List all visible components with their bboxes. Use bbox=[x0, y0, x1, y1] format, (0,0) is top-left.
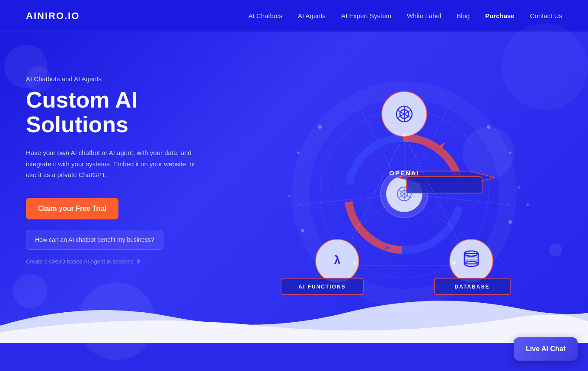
hero-diagram: OPENAI λ AI FUNCTIONS DATABASE bbox=[242, 58, 566, 308]
nav-item-agents[interactable]: AI Agents bbox=[298, 12, 326, 19]
nav-links: AI Chatbots AI Agents AI Expert System W… bbox=[249, 12, 562, 20]
crud-link-text: Create a CRUD-based AI Agent in seconds bbox=[26, 258, 134, 265]
cta-button[interactable]: Claim your Free Trial bbox=[26, 198, 118, 219]
hero-subtitle: AI Chatbots and AI Agents bbox=[26, 75, 242, 82]
svg-point-47 bbox=[301, 229, 304, 232]
svg-text:λ: λ bbox=[334, 254, 341, 267]
logo[interactable]: AINIRO.IO bbox=[26, 10, 80, 22]
svg-point-46 bbox=[288, 195, 291, 197]
svg-point-43 bbox=[526, 203, 529, 206]
svg-point-40 bbox=[509, 152, 511, 154]
openai-label: OPENAI bbox=[389, 169, 419, 177]
crud-link[interactable]: Create a CRUD-based AI Agent in seconds … bbox=[26, 258, 242, 265]
nav-item-chatbots[interactable]: AI Chatbots bbox=[249, 12, 282, 19]
ai-functions-label: AI FUNCTIONS bbox=[298, 284, 345, 290]
diagram-container: OPENAI λ AI FUNCTIONS DATABASE bbox=[242, 67, 566, 308]
svg-point-44 bbox=[318, 125, 322, 129]
svg-rect-22 bbox=[406, 177, 482, 193]
ai-diagram-svg: OPENAI λ AI FUNCTIONS DATABASE bbox=[242, 67, 566, 308]
crud-link-icon: ⚙ bbox=[136, 258, 141, 265]
nav-item-blog[interactable]: Blog bbox=[457, 12, 470, 19]
nav-item-contact[interactable]: Contact Us bbox=[530, 12, 562, 19]
nav-item-expert[interactable]: AI Expert System bbox=[341, 12, 391, 19]
svg-point-39 bbox=[487, 125, 490, 129]
svg-point-36 bbox=[403, 133, 406, 136]
svg-point-41 bbox=[518, 186, 520, 189]
database-label: DATABASE bbox=[455, 284, 490, 290]
svg-point-42 bbox=[508, 220, 512, 224]
nav-item-whitelabel[interactable]: White Label bbox=[407, 12, 441, 19]
nav-item-purchase[interactable]: Purchase bbox=[485, 12, 514, 19]
svg-point-38 bbox=[452, 261, 456, 265]
hero-title: Custom AI Solutions bbox=[26, 88, 242, 137]
question-button[interactable]: How can an AI chatbot benefit my busines… bbox=[26, 230, 163, 250]
hero-description: Have your own AI chatbot or AI agent, wi… bbox=[26, 147, 208, 181]
svg-point-45 bbox=[297, 152, 300, 154]
hero-content: AI Chatbots and AI Agents Custom AI Solu… bbox=[26, 58, 242, 265]
svg-point-37 bbox=[353, 261, 356, 265]
main-nav: AINIRO.IO AI Chatbots AI Agents AI Exper… bbox=[0, 0, 588, 32]
hero-section: AI Chatbots and AI Agents Custom AI Solu… bbox=[0, 32, 588, 343]
live-chat-button[interactable]: Live AI Chat bbox=[514, 337, 578, 361]
